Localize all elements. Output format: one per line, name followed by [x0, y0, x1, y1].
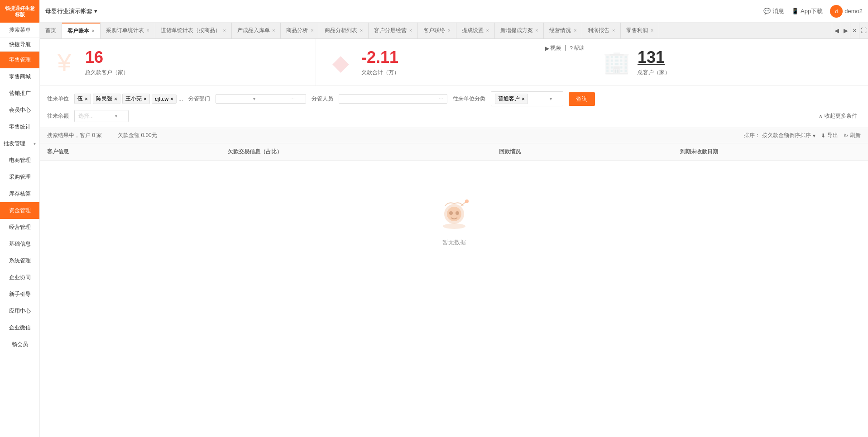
unit-tag-close-1[interactable]: × — [114, 96, 117, 102]
tab-prev-btn[interactable]: ◀ — [832, 23, 841, 39]
tab-12[interactable]: 利润报告× — [582, 23, 621, 39]
unit-tag-2: 王小亮× — [122, 94, 150, 104]
sidebar-item-14[interactable]: 新手引导 — [0, 286, 39, 303]
export-button[interactable]: ⬇ 导出 — [821, 132, 838, 139]
sidebar-item-7[interactable]: 采购管理 — [0, 169, 39, 185]
sidebar-item-5[interactable]: 批发管理▾ — [0, 135, 39, 152]
search-menu[interactable]: 搜索菜单 — [0, 23, 39, 38]
quick-nav[interactable]: 快捷导航 — [0, 38, 39, 52]
dept-select[interactable]: ▾ ⋯ — [216, 94, 306, 104]
tab-close-8[interactable]: × — [448, 28, 451, 33]
tab-close-1[interactable]: × — [92, 28, 95, 33]
tab-close-9[interactable]: × — [486, 28, 489, 33]
tab-close-13[interactable]: × — [651, 28, 653, 33]
sidebar-item-10[interactable]: 经营管理 — [0, 219, 39, 236]
tab-11[interactable]: 经营情况× — [544, 23, 582, 39]
tab-close-12[interactable]: × — [612, 28, 615, 33]
category-select[interactable]: 普通客户 × ▾ — [491, 91, 563, 106]
category-tags: 普通客户 × — [495, 94, 528, 104]
query-button[interactable]: 查询 — [569, 92, 595, 106]
tab-close-5[interactable]: × — [311, 28, 313, 33]
play-icon: ▶ — [545, 45, 549, 52]
sidebar-item-1[interactable]: 零售商城 — [0, 68, 39, 85]
tab-5[interactable]: 商品分析× — [281, 23, 319, 39]
person-input[interactable]: ⋯ — [339, 94, 447, 104]
stat-value-amount: -2.11 — [361, 48, 399, 67]
tab-close-10[interactable]: × — [536, 28, 538, 33]
unit-tag-0: 伍× — [74, 94, 91, 104]
sidebar-item-0[interactable]: 零售管理 — [0, 52, 39, 68]
stat-value-customers: 16 — [85, 48, 129, 67]
tab-label-3: 进货单统计表（按商品） — [161, 27, 221, 34]
chevron-down-icon-balance: ▾ — [115, 114, 117, 119]
video-btn[interactable]: ▶ 视频 — [545, 44, 561, 52]
unit-tag-close-0[interactable]: × — [85, 96, 88, 102]
sidebar-item-16[interactable]: 企业微信 — [0, 319, 39, 336]
balance-select[interactable]: 选择... ▾ — [74, 110, 129, 122]
sidebar-item-3[interactable]: 会员中心 — [0, 102, 39, 119]
tab-10[interactable]: 新增提成方案× — [495, 23, 544, 39]
tab-close-3[interactable]: × — [223, 28, 226, 33]
filter-row-1: 往来单位 伍×陈民强×王小亮×cjttcw×... 分管部门 ▾ ⋯ 分管人员 … — [47, 91, 861, 106]
tab-close-4[interactable]: × — [273, 28, 275, 33]
tab-9[interactable]: 提成设置× — [456, 23, 495, 39]
unit-tags-more[interactable]: ... — [178, 96, 183, 102]
tab-expand-btn[interactable]: ⛶ — [859, 23, 868, 39]
sidebar-item-15[interactable]: 应用中心 — [0, 303, 39, 319]
empty-state: 暂无数据 — [40, 161, 868, 283]
sidebar-item-2[interactable]: 营销推广 — [0, 85, 39, 102]
account-selector[interactable]: 母婴行业演示帐套 ▾ — [45, 7, 97, 15]
stat-label-customers: 总欠款客户（家） — [85, 69, 129, 76]
refresh-button[interactable]: ↻ 刷新 — [844, 132, 861, 139]
sidebar-item-13[interactable]: 企业协同 — [0, 269, 39, 286]
tab-0[interactable]: 首页 — [40, 23, 62, 39]
tab-label-2: 采购订单统计表 — [106, 27, 144, 34]
stat-value-total: 131 — [638, 48, 670, 67]
unit-tags-container: 伍×陈民强×王小亮×cjttcw×... — [74, 94, 183, 104]
sidebar-item-12[interactable]: 系统管理 — [0, 252, 39, 269]
sidebar-item-8[interactable]: 库存核算 — [0, 185, 39, 202]
col-header-date: 到期未收款日期 — [680, 148, 861, 156]
help-btn[interactable]: ? 帮助 — [570, 44, 585, 52]
sidebar-item-9[interactable]: 资金管理 — [0, 202, 39, 219]
tab-3[interactable]: 进货单统计表（按商品）× — [155, 23, 232, 39]
message-icon: 💬 — [763, 8, 771, 14]
sidebar-item-6[interactable]: 电商管理 — [0, 152, 39, 169]
collapse-button[interactable]: ∧ 收起更多条件 — [815, 110, 861, 122]
col-header-collection: 回款情况 — [499, 148, 680, 156]
category-tag-close[interactable]: × — [522, 96, 525, 102]
sidebar-item-4[interactable]: 零售统计 — [0, 119, 39, 135]
stat-label-total: 总客户（家） — [638, 69, 670, 76]
stat-card-actions: ▶ 视频 | ? 帮助 — [545, 44, 585, 52]
sidebar-item-17[interactable]: 畅会员 — [0, 336, 39, 353]
tab-8[interactable]: 客户联络× — [418, 23, 456, 39]
unit-tag-close-2[interactable]: × — [144, 96, 147, 102]
tab-13[interactable]: 零售利润× — [621, 23, 659, 39]
app-download-btn[interactable]: 📱 App下载 — [791, 7, 823, 15]
tab-1[interactable]: 客户账本× — [62, 23, 101, 39]
tab-close-all-btn[interactable]: ✕ — [850, 23, 859, 39]
tab-next-btn[interactable]: ▶ — [841, 23, 850, 39]
sidebar-item-11[interactable]: 基础信息 — [0, 236, 39, 252]
sort-selector[interactable]: 排序： 按欠款金额倒序排序 ▾ — [744, 132, 815, 139]
unit-tag-3: cjttcw× — [152, 95, 177, 104]
tab-4[interactable]: 产成品入库单× — [232, 23, 281, 39]
person-label: 分管人员 — [312, 95, 333, 103]
tab-close-6[interactable]: × — [360, 28, 363, 33]
stat-card-amount: ◆ -2.11 欠款合计（万） ▶ 视频 | ? 帮助 — [316, 39, 592, 86]
tab-2[interactable]: 采购订单统计表× — [101, 23, 155, 39]
user-menu[interactable]: d demo2 — [830, 5, 863, 18]
result-bar: 搜索结果中，客户 0 家 欠款金额 0.00元 排序： 按欠款金额倒序排序 ▾ … — [40, 128, 868, 143]
avatar: d — [830, 5, 843, 18]
chevron-up-icon: ∧ — [819, 113, 823, 119]
tab-6[interactable]: 商品分析列表× — [319, 23, 369, 39]
message-btn[interactable]: 💬 消息 — [763, 7, 784, 15]
tab-7[interactable]: 客户分层经营× — [369, 23, 418, 39]
tab-close-11[interactable]: × — [574, 28, 576, 33]
tab-close-7[interactable]: × — [409, 28, 412, 33]
stat-card-total: 🏢 131 总客户（家） — [592, 39, 868, 86]
category-label: 往来单位分类 — [453, 95, 485, 103]
tab-close-2[interactable]: × — [147, 28, 149, 33]
chevron-down-icon: ▾ — [34, 141, 36, 146]
unit-tag-close-3[interactable]: × — [170, 96, 173, 102]
